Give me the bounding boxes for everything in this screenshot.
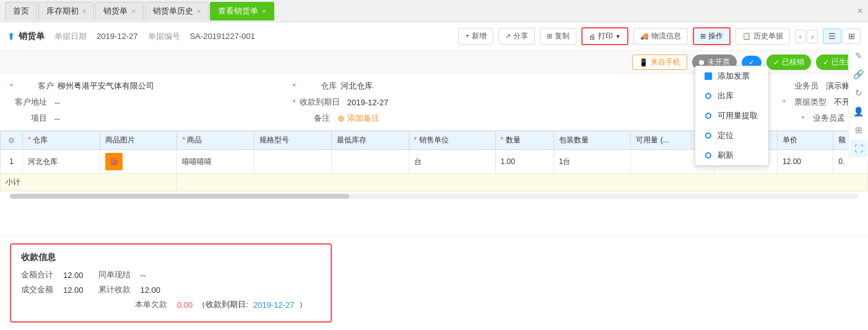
view-grid-btn[interactable]: ⊞ [843,28,861,44]
horizontal-scrollbar[interactable] [0,191,868,201]
nav-arrows: ‹ › [795,30,818,43]
col-product-img: 商品图片 [100,131,177,150]
sidebar-edit-icon[interactable]: ✎ [850,47,867,64]
subtotal-label: 小计 [1,174,177,191]
doc-title-text: 销货单 [19,31,45,42]
deal-amount-item: 成交金额 12.00 [21,284,84,295]
collected-label: 累计收款 [98,284,136,295]
row-product-img: 🧱 [100,150,177,174]
tab-bar: 首页 库存期初 × 销货单 × 销货单历史 × 查看销货单 × × [0,0,868,22]
outbound-icon [704,92,713,100]
gear-icon[interactable]: ⚙ [8,136,15,145]
effective-icon: ✓ [823,58,829,67]
add-note-button[interactable]: ⊕ 添加备注 [337,113,380,124]
history-button[interactable]: 📋 历史单据 [736,28,790,45]
number-label: 单据编号 [148,31,180,42]
nav-prev[interactable]: ‹ [795,30,806,43]
payment-row-1: 金额合计 12.00 同单现结 -- [21,269,321,280]
address-field: 客户地址 -- [10,97,293,108]
view-list-btn[interactable]: ☰ [823,28,841,44]
collected-value: 12.00 [141,285,161,295]
logistics-button[interactable]: 🚚 物流信息 [633,28,688,45]
subtotal-row: 小计 [1,174,868,191]
share-icon: ↗ [505,32,511,40]
payment-info-box: 收款信息 金额合计 12.00 同单现结 -- 成交金额 12.00 [10,243,332,323]
refresh-label: 刷新 [718,150,734,161]
tab-sales-history-close[interactable]: × [197,7,201,15]
note-label: 备注 [293,113,330,124]
col-warehouse: * 仓库 [23,131,100,150]
sidebar-user-icon[interactable]: 👤 [850,103,867,120]
arrears-end: ） [299,299,307,310]
collected-item: 累计收款 12.00 [98,284,161,295]
ticket-required: * [783,98,786,107]
menu-item-available-qty[interactable]: 可用量提取 [695,106,768,126]
add-invoice-label: 添加发票 [718,71,750,82]
locate-label: 定位 [718,130,734,141]
tab-check-sales[interactable]: 查看销货单 × [210,2,274,20]
arrears-value: 0.00 [177,300,193,310]
tab-check-sales-close[interactable]: × [262,7,266,15]
sidebar-refresh-icon[interactable]: ↻ [850,84,867,102]
tab-sales[interactable]: 销货单 × [95,2,143,20]
available-qty-label: 可用量提取 [718,110,758,121]
date-label: 单据日期 [54,31,87,42]
note-field: 备注 ⊕ 添加备注 [293,113,576,124]
sidebar-link-icon[interactable]: 🔗 [850,66,867,83]
tab-home[interactable]: 首页 [5,2,37,20]
tab-inventory-close[interactable]: × [82,7,86,15]
col-gear[interactable]: ⚙ [1,131,23,150]
settlement-item: 同单现结 -- [98,269,146,280]
copy-button[interactable]: ⊞ 复制 [540,28,576,45]
row-qty: 1.00 [495,150,553,174]
sidebar-table-icon[interactable]: ⊞ [850,121,867,139]
logistics-icon: 🚚 [640,32,649,40]
tab-inventory-label: 库存期初 [46,6,79,17]
share-button[interactable]: ↗ 分享 [498,28,535,45]
mobile-icon: 📱 [639,58,648,67]
menu-item-add-invoice[interactable]: 添加发票 [695,66,768,86]
staff2-label: 业务员孟 [808,113,845,124]
col-unit-price: 单价 [778,131,833,150]
window-close-icon[interactable]: × [857,6,863,17]
sidebar-expand-icon[interactable]: ⛶ [850,140,867,157]
menu-item-locate[interactable]: 定位 [695,126,768,145]
outbound-label: 出库 [718,90,734,102]
warehouse-label: 仓库 [300,80,337,92]
arrears-label: 本单欠款 [135,299,172,310]
tab-sales-history[interactable]: 销货单历史 × [145,2,209,20]
product-thumbnail: 🧱 [105,153,123,170]
print-button[interactable]: 🖨 打印 ▼ [581,27,628,45]
nav-next[interactable]: › [807,30,818,43]
deal-amount-label: 成交金额 [21,284,58,295]
operate-button[interactable]: ⊞ 操作 [693,27,731,45]
menu-item-refresh[interactable]: 刷新 [695,145,768,165]
doc-title-area: ⬆ 销货单 [7,31,45,42]
row-min-stock [331,150,409,174]
address-value: -- [54,98,60,107]
tab-inventory[interactable]: 库存期初 × [38,2,94,20]
customer-value[interactable]: 柳州粤港平安气体有限公司 [58,80,154,92]
doc-header: ⬆ 销货单 单据日期 2019-12-27 单据编号 SA-20191227-0… [0,22,868,51]
tab-sales-close[interactable]: × [131,7,135,15]
customer-field: * 客户 柳州粤港平安气体有限公司 [10,80,293,92]
row-product[interactable]: 嘻嘻嘻嘻 [177,150,254,174]
total-amount-item: 金额合计 12.00 [21,269,84,280]
sold-button[interactable]: ✓ 已核销 [766,54,811,70]
payment-date-value[interactable]: 2019-12-27 [347,98,389,107]
deal-amount-value: 12.00 [63,285,84,295]
subtotal-values [177,174,868,191]
warehouse-value[interactable]: 河北仓库 [341,80,373,92]
tab-check-sales-label: 查看销货单 [218,6,258,17]
available-qty-icon [704,111,713,120]
col-unit: * 销售单位 [409,131,495,150]
right-sidebar: ✎ 🔗 ↻ 👤 ⊞ ⛶ [848,45,868,160]
menu-item-outbound[interactable]: 出库 [695,86,768,106]
view-toggle: ☰ ⊞ [823,28,861,44]
from-mobile-button[interactable]: 📱 来自手机 [632,54,687,70]
sold-icon: ✓ [773,58,779,67]
new-button[interactable]: + 新增 [458,28,493,45]
row-warehouse: 河北仓库 [23,150,100,174]
payment-title: 收款信息 [21,252,321,263]
date-value: 2019-12-27 [97,32,138,41]
